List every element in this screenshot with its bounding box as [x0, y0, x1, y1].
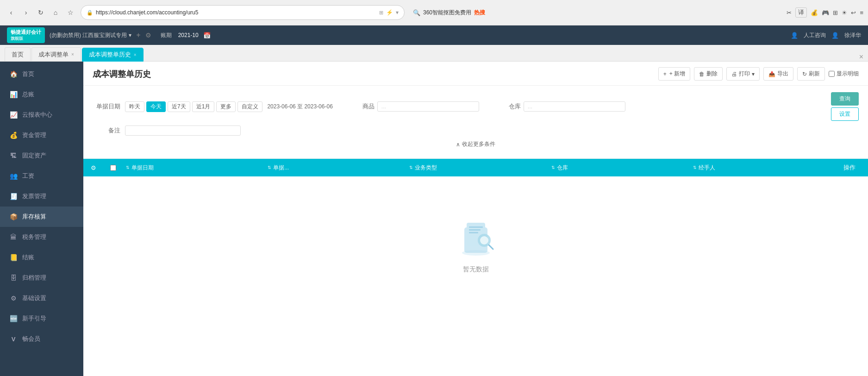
th-doc-no[interactable]: ⇅ 单据...: [264, 164, 406, 172]
remark-input[interactable]: [125, 125, 241, 136]
sidebar-item-tax[interactable]: 🏛 税务管理: [0, 227, 83, 247]
collapse-button[interactable]: ∧ 收起更多条件: [441, 140, 511, 148]
table-settings-icon[interactable]: ⚙: [91, 164, 96, 171]
game-icon[interactable]: 🎮: [822, 9, 829, 16]
close-accounts-icon: 📒: [9, 254, 18, 261]
sun-icon[interactable]: ☀: [842, 9, 847, 16]
query-button[interactable]: 查询: [831, 92, 859, 106]
sidebar-item-inventory[interactable]: 📦 库存核算: [0, 207, 83, 227]
goods-select[interactable]: ...: [377, 101, 479, 112]
sidebar-item-basic-settings[interactable]: ⚙ 基础设置: [0, 288, 83, 308]
sidebar-item-invoice[interactable]: 🧾 发票管理: [0, 186, 83, 207]
filter-row-remark: 备注: [93, 125, 859, 136]
home-button[interactable]: ⌂: [49, 6, 62, 19]
table-header: ⚙ ⇅ 单据日期 ⇅ 单据... ⇅ 业务类型: [83, 159, 868, 176]
sidebar-item-payroll[interactable]: 👥 工资: [0, 166, 83, 186]
th-warehouse[interactable]: ⇅ 仓库: [548, 164, 689, 172]
sidebar-label-fixed-assets: 固定资产: [22, 151, 46, 160]
menu-icon[interactable]: ≡: [860, 9, 863, 16]
extensions-icon: ⊞: [379, 10, 383, 16]
url-text: https://cloud.chanjet.com/accounting/uru…: [96, 9, 376, 16]
sidebar-item-guide[interactable]: 🆕 新手引导: [0, 308, 83, 329]
add-company-btn[interactable]: +: [136, 31, 140, 39]
tab-cost-adjust[interactable]: 成本调整单 ×: [31, 47, 81, 61]
lock-icon: 🔒: [87, 10, 93, 16]
translate-icon[interactable]: 译: [795, 7, 807, 18]
last7days-btn[interactable]: 近7天: [168, 101, 190, 112]
sidebar-item-funds[interactable]: 💰 资金管理: [0, 125, 83, 145]
scissors-icon[interactable]: ✂: [787, 9, 792, 16]
reload-button[interactable]: ↻: [34, 6, 47, 19]
dropdown-icon[interactable]: ▾: [396, 9, 399, 16]
th-date-label: 单据日期: [131, 164, 154, 172]
print-button[interactable]: 🖨 打印 ▾: [726, 67, 760, 81]
warehouse-label: 仓库: [493, 102, 521, 111]
settings-wheel-icon[interactable]: ⚙: [145, 31, 151, 39]
th-handler[interactable]: ⇅ 经手人: [689, 164, 831, 172]
wallet-icon[interactable]: 💰: [811, 9, 818, 16]
sidebar-item-archive[interactable]: 🗄 归档管理: [0, 268, 83, 288]
browser-chrome: ‹ › ↻ ⌂ ☆ 🔒 https://cloud.chanjet.com/ac…: [0, 0, 868, 25]
last1month-btn[interactable]: 近1月: [192, 101, 215, 112]
user-name[interactable]: 徐泽华: [844, 31, 861, 39]
th-business-type[interactable]: ⇅ 业务类型: [406, 164, 547, 172]
delete-button[interactable]: 🗑 删除: [694, 67, 723, 81]
custom-btn[interactable]: 自定义: [237, 101, 262, 112]
company-dropdown-icon: ▾: [129, 32, 131, 38]
sidebar-item-close-accounts[interactable]: 📒 结账: [0, 247, 83, 268]
svg-point-7: [480, 236, 488, 244]
sidebar-label-guide: 新手引导: [22, 314, 46, 323]
grid-icon[interactable]: ⊞: [833, 9, 838, 16]
bookmark-button[interactable]: ☆: [64, 6, 77, 19]
more-btn[interactable]: 更多: [216, 101, 236, 112]
close-all-tabs-icon[interactable]: ×: [859, 53, 863, 61]
new-icon: +: [663, 71, 667, 77]
th-checkbox[interactable]: [104, 165, 122, 171]
back-button[interactable]: ‹: [5, 6, 18, 19]
page-title-bar: 成本调整单历史 + + 新增 🗑 删除 🖨 打印 ▾: [83, 62, 868, 86]
empty-text: 暂无数据: [463, 265, 489, 274]
sidebar-item-vip[interactable]: V 畅会员: [0, 329, 83, 349]
tab-cost-adjust-history-close[interactable]: ×: [134, 52, 137, 57]
today-btn[interactable]: 今天: [146, 101, 166, 112]
print-icon: 🖨: [731, 71, 737, 77]
sidebar-item-reports[interactable]: 📈 云报表中心: [0, 105, 83, 125]
sidebar-label-basic-settings: 基础设置: [22, 294, 46, 302]
show-detail-checkbox[interactable]: [829, 71, 835, 77]
th-date[interactable]: ⇅ 单据日期: [122, 164, 264, 172]
undo-icon[interactable]: ↩: [851, 9, 856, 16]
company-selector[interactable]: (勿删勿禁用) 江西服宝测试专用 ▾: [50, 31, 131, 39]
sidebar-item-fixed-assets[interactable]: 🏗 固定资产: [0, 145, 83, 166]
tab-home[interactable]: 首页: [5, 47, 31, 61]
filter-settings-button[interactable]: 设置: [831, 107, 859, 121]
address-bar[interactable]: 🔒 https://cloud.chanjet.com/accounting/u…: [81, 5, 405, 20]
service-icon: 👤: [791, 32, 798, 39]
app-header: 畅捷通好会计 旗舰版 (勿删勿禁用) 江西服宝测试专用 ▾ + ⚙ 账期 202…: [0, 25, 868, 45]
refresh-button[interactable]: ↻ 刷新: [797, 67, 825, 81]
th-settings[interactable]: ⚙: [83, 164, 104, 171]
collapse-label: 收起更多条件: [462, 140, 495, 148]
sidebar-item-home[interactable]: 🏠 首页: [0, 64, 83, 84]
show-detail-checkbox-label[interactable]: 显示明细: [829, 70, 859, 78]
warehouse-select[interactable]: ...: [524, 101, 625, 112]
content-area: 成本调整单历史 + + 新增 🗑 删除 🖨 打印 ▾: [83, 62, 868, 376]
archive-icon: 🗄: [9, 274, 18, 282]
empty-state: 暂无数据: [83, 176, 868, 311]
new-button[interactable]: + + 新增: [658, 67, 690, 81]
service-label[interactable]: 人工咨询: [804, 31, 826, 39]
tab-cost-adjust-history[interactable]: 成本调整单历史 ×: [82, 48, 144, 62]
sidebar-label-home: 首页: [22, 70, 34, 78]
th-doc-label: 单据...: [273, 164, 289, 172]
sidebar-item-ledger[interactable]: 📊 总账: [0, 84, 83, 105]
svg-rect-4: [469, 229, 481, 231]
calendar-icon[interactable]: 📅: [203, 32, 211, 39]
forward-button[interactable]: ›: [19, 6, 32, 19]
tab-cost-adjust-close[interactable]: ×: [71, 52, 74, 57]
export-button[interactable]: 📤 导出: [763, 67, 793, 81]
yesterday-btn[interactable]: 昨天: [125, 101, 144, 112]
select-all-checkbox[interactable]: [110, 165, 116, 171]
page-title: 成本调整单历史: [93, 69, 151, 80]
th-date-sort-icon: ⇅: [126, 165, 130, 170]
date-range-display: 2023-06-06 至 2023-06-06: [267, 103, 332, 111]
sidebar-label-invoice: 发票管理: [22, 192, 46, 201]
